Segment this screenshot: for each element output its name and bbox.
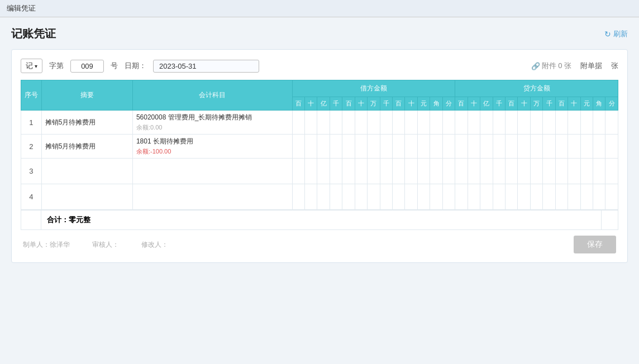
row-0-debit-10[interactable] [417, 111, 430, 135]
row-3-debit-8[interactable] [393, 184, 405, 210]
row-3-debit-0[interactable] [292, 184, 304, 210]
row-0-credit-0[interactable] [455, 111, 468, 135]
row-1-credit-4[interactable] [505, 135, 517, 159]
row-2-credit-12[interactable] [605, 159, 618, 184]
row-1-debit-9[interactable] [405, 135, 417, 159]
row-1-debit-7[interactable] [380, 135, 392, 159]
row-2-credit-7[interactable] [543, 159, 555, 184]
row-1-credit-7[interactable] [543, 135, 555, 159]
row-3-debit-7[interactable] [380, 184, 392, 210]
row-3-debit-6[interactable] [368, 184, 380, 210]
row-2-credit-6[interactable] [530, 159, 542, 184]
row-3-credit-6[interactable] [530, 184, 542, 210]
row-3-debit-1[interactable] [304, 184, 317, 210]
row-0-debit-1[interactable] [304, 111, 317, 135]
row-1-credit-0[interactable] [455, 135, 468, 159]
row-3-debit-9[interactable] [405, 184, 417, 210]
row-2-debit-4[interactable] [342, 159, 355, 184]
row-3-credit-3[interactable] [493, 184, 505, 210]
row-0-account[interactable]: 56020008 管理费用_长期待摊费用摊销余额:0.00 [132, 111, 292, 135]
row-3-credit-9[interactable] [568, 184, 580, 210]
row-2-debit-11[interactable] [430, 159, 442, 184]
row-1-debit-0[interactable] [292, 135, 304, 159]
row-0-credit-6[interactable] [530, 111, 542, 135]
date-input[interactable] [153, 60, 259, 73]
row-3-credit-10[interactable] [580, 184, 593, 210]
row-0-credit-10[interactable] [580, 111, 593, 135]
row-2-debit-9[interactable] [405, 159, 417, 184]
row-1-debit-10[interactable] [417, 135, 430, 159]
row-1-debit-4[interactable] [342, 135, 355, 159]
row-1-debit-1[interactable] [304, 135, 317, 159]
attachment-link[interactable]: 🔗 附件 0 张 [531, 61, 571, 71]
row-3-debit-2[interactable] [317, 184, 330, 210]
row-0-debit-4[interactable] [342, 111, 355, 135]
row-1-debit-3[interactable] [330, 135, 342, 159]
row-3-debit-3[interactable] [330, 184, 342, 210]
row-3-debit-11[interactable] [430, 184, 442, 210]
row-2-debit-2[interactable] [317, 159, 330, 184]
row-0-debit-9[interactable] [405, 111, 417, 135]
row-0-credit-2[interactable] [480, 111, 493, 135]
row-0-summary[interactable]: 摊销5月待摊费用 [41, 111, 132, 135]
row-0-debit-3[interactable] [330, 111, 342, 135]
row-2-summary[interactable] [41, 159, 132, 184]
row-2-credit-3[interactable] [493, 159, 505, 184]
row-3-credit-12[interactable] [605, 184, 618, 210]
row-3-credit-7[interactable] [543, 184, 555, 210]
row-2-debit-10[interactable] [417, 159, 430, 184]
row-3-summary[interactable] [41, 184, 132, 210]
row-2-credit-2[interactable] [480, 159, 493, 184]
row-1-credit-6[interactable] [530, 135, 542, 159]
row-0-debit-0[interactable] [292, 111, 304, 135]
row-0-credit-11[interactable] [593, 111, 605, 135]
row-0-debit-5[interactable] [355, 111, 367, 135]
row-3-credit-0[interactable] [455, 184, 468, 210]
row-1-credit-8[interactable] [555, 135, 568, 159]
voucher-number-input[interactable] [70, 60, 104, 73]
row-2-credit-5[interactable] [518, 159, 530, 184]
row-2-debit-6[interactable] [368, 159, 380, 184]
row-0-debit-11[interactable] [430, 111, 442, 135]
row-2-debit-12[interactable] [442, 159, 455, 184]
row-2-credit-8[interactable] [555, 159, 568, 184]
row-1-credit-9[interactable] [568, 135, 580, 159]
row-0-credit-9[interactable] [568, 111, 580, 135]
row-1-credit-10[interactable] [580, 135, 593, 159]
row-1-credit-1[interactable] [468, 135, 480, 159]
row-1-credit-2[interactable] [480, 135, 493, 159]
row-0-debit-8[interactable] [393, 111, 405, 135]
row-0-credit-5[interactable] [518, 111, 530, 135]
row-2-credit-11[interactable] [593, 159, 605, 184]
row-3-credit-2[interactable] [480, 184, 493, 210]
row-2-debit-0[interactable] [292, 159, 304, 184]
row-3-debit-5[interactable] [355, 184, 367, 210]
row-0-credit-8[interactable] [555, 111, 568, 135]
row-1-debit-11[interactable] [430, 135, 442, 159]
row-1-credit-5[interactable] [518, 135, 530, 159]
row-1-summary[interactable]: 摊销5月待摊费用 [41, 135, 132, 159]
row-1-account[interactable]: 1801 长期待摊费用余额:-100.00 [132, 135, 292, 159]
row-0-debit-7[interactable] [380, 111, 392, 135]
row-3-credit-5[interactable] [518, 184, 530, 210]
row-0-debit-12[interactable] [442, 111, 455, 135]
row-1-debit-5[interactable] [355, 135, 367, 159]
row-2-debit-7[interactable] [380, 159, 392, 184]
row-3-debit-12[interactable] [442, 184, 455, 210]
row-2-credit-4[interactable] [505, 159, 517, 184]
row-2-credit-1[interactable] [468, 159, 480, 184]
row-2-debit-1[interactable] [304, 159, 317, 184]
row-2-credit-0[interactable] [455, 159, 468, 184]
row-2-debit-5[interactable] [355, 159, 367, 184]
row-0-credit-7[interactable] [543, 111, 555, 135]
row-3-credit-1[interactable] [468, 184, 480, 210]
row-3-debit-10[interactable] [417, 184, 430, 210]
refresh-button[interactable]: ↻ 刷新 [604, 29, 628, 39]
row-0-credit-1[interactable] [468, 111, 480, 135]
row-0-credit-4[interactable] [505, 111, 517, 135]
attach-single-button[interactable]: 附单据 [580, 61, 602, 71]
row-1-debit-2[interactable] [317, 135, 330, 159]
row-2-debit-8[interactable] [393, 159, 405, 184]
row-3-credit-11[interactable] [593, 184, 605, 210]
row-0-debit-2[interactable] [317, 111, 330, 135]
